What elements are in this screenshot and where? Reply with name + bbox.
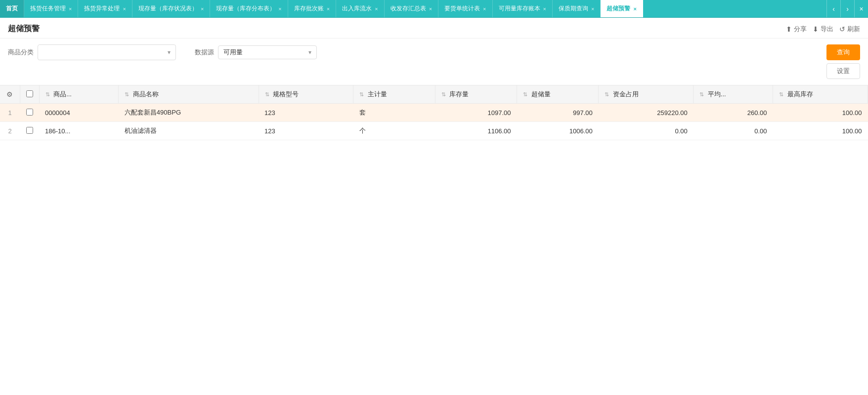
row-2-max-stock: 100.00 [773, 122, 868, 140]
row-2-spec: 123 [259, 122, 353, 140]
row-1-num: 1 [0, 104, 20, 122]
sort-spec-icon: ⇅ [265, 91, 269, 97]
row-2-num: 2 [0, 122, 20, 140]
row-1-stock: 1097.00 [435, 104, 517, 122]
nav-pick-abnormal[interactable]: 拣货异常处理 × [78, 0, 132, 18]
row-2-checkbox[interactable] [26, 127, 33, 134]
row-1-capital: 259220.00 [599, 104, 694, 122]
close-available-book[interactable]: × [543, 6, 546, 12]
nav-home[interactable]: 首页 [0, 0, 24, 18]
nav-summary[interactable]: 收发存汇总表 × [385, 0, 438, 18]
export-icon: ⬇ [813, 25, 819, 33]
th-stock[interactable]: ⇅ 库存量 [435, 85, 517, 104]
row-2-code: 186-10... [39, 122, 119, 140]
nav-inventory-batch[interactable]: 库存批次账 × [288, 0, 336, 18]
row-2-name: 机油滤清器 [119, 122, 259, 140]
close-inventory-status[interactable]: × [201, 6, 204, 12]
nav-overstock-warn[interactable]: 超储预警 × [601, 0, 643, 18]
top-navigation: 首页 拣货任务管理 × 拣货异常处理 × 现存量（库存状况表） × 现存量（库存… [0, 0, 868, 18]
sort-max-stock-icon: ⇅ [779, 91, 783, 97]
header-actions: ⬆ 分享 ⬇ 导出 ↺ 刷新 [786, 25, 860, 34]
nav-flow[interactable]: 出入库流水 × [336, 0, 384, 18]
row-1-name: 六配套新昌490BPG [119, 104, 259, 122]
row-2-unit: 个 [353, 122, 435, 140]
page-content: 超储预警 ⬆ 分享 ⬇ 导出 ↺ 刷新 商品分类 ▾ [0, 18, 868, 395]
nav-expiry[interactable]: 保质期查询 × [553, 0, 601, 18]
share-button[interactable]: ⬆ 分享 [786, 25, 807, 34]
share-icon: ⬆ [786, 25, 792, 33]
row-2-checkbox-cell [20, 122, 39, 140]
row-1-avg: 260.00 [694, 104, 773, 122]
sort-avg-icon: ⇅ [699, 91, 704, 97]
nav-inventory-dist[interactable]: 现存量（库存分布表） × [210, 0, 288, 18]
refresh-button[interactable]: ↺ 刷新 [839, 25, 860, 34]
th-code[interactable]: ⇅ 商品... [39, 85, 119, 104]
nav-pick-task[interactable]: 拣货任务管理 × [24, 0, 78, 18]
row-1-checkbox-cell [20, 104, 39, 122]
close-summary[interactable]: × [429, 6, 432, 12]
category-chevron-icon: ▾ [168, 49, 171, 56]
sort-overstock-icon: ⇅ [523, 91, 527, 97]
nav-next-btn[interactable]: › [840, 0, 854, 18]
sort-capital-icon: ⇅ [605, 91, 609, 97]
nav-order-stat[interactable]: 要货单统计表 × [438, 0, 492, 18]
close-overstock-warn[interactable]: × [633, 6, 636, 12]
close-flow[interactable]: × [375, 6, 378, 12]
nav-available-book[interactable]: 可用量库存账本 × [493, 0, 553, 18]
row-1-unit: 套 [353, 104, 435, 122]
row-1-overstock: 997.00 [517, 104, 599, 122]
export-button[interactable]: ⬇ 导出 [813, 25, 833, 34]
datasource-filter-group: 数据源 可用量 ▾ [195, 45, 317, 59]
datasource-label: 数据源 [195, 48, 214, 57]
table-header-row: ⚙ ⇅ 商品... ⇅ 商品名称 ⇅ 规格型号 [0, 85, 868, 104]
row-1-spec: 123 [259, 104, 353, 122]
sort-name-icon: ⇅ [125, 91, 129, 97]
datasource-select[interactable]: 可用量 ▾ [218, 45, 317, 59]
settings-button[interactable]: 设置 [826, 63, 860, 79]
refresh-icon: ↺ [839, 25, 845, 33]
row-2-avg: 0.00 [694, 122, 773, 140]
close-order-stat[interactable]: × [483, 6, 486, 12]
column-settings-icon[interactable]: ⚙ [6, 90, 13, 98]
nav-inventory-status[interactable]: 现存量（库存状况表） × [132, 0, 210, 18]
select-all-checkbox[interactable] [26, 90, 33, 97]
query-button[interactable]: 查询 [826, 44, 860, 60]
th-checkbox [20, 85, 39, 104]
nav-close-btn[interactable]: × [854, 0, 868, 18]
row-1-max-stock: 100.00 [773, 104, 868, 122]
sort-stock-icon: ⇅ [441, 91, 446, 97]
th-overstock[interactable]: ⇅ 超储量 [517, 85, 599, 104]
th-capital[interactable]: ⇅ 资金占用 [599, 85, 694, 104]
close-inventory-batch[interactable]: × [327, 6, 330, 12]
datasource-value-text: 可用量 [223, 48, 243, 57]
table-row: 2 186-10... 机油滤清器 123 个 1106.00 1006.00 … [0, 122, 868, 140]
nav-prev-btn[interactable]: ‹ [826, 0, 840, 18]
category-select[interactable]: ▾ [38, 44, 176, 60]
category-filter-group: 商品分类 ▾ 数据源 可用量 ▾ [8, 44, 807, 60]
close-pick-abnormal[interactable]: × [123, 6, 126, 12]
category-label: 商品分类 [8, 48, 34, 57]
sort-unit-icon: ⇅ [359, 91, 364, 97]
th-gear[interactable]: ⚙ [0, 85, 20, 104]
row-1-code: 0000004 [39, 104, 119, 122]
th-unit[interactable]: ⇅ 主计量 [353, 85, 435, 104]
row-2-stock: 1106.00 [435, 122, 517, 140]
data-table-wrapper: ⚙ ⇅ 商品... ⇅ 商品名称 ⇅ 规格型号 [0, 85, 868, 140]
nav-arrows: ‹ › × [826, 0, 868, 18]
th-max-stock[interactable]: ⇅ 最高库存 [773, 85, 868, 104]
close-expiry[interactable]: × [591, 6, 594, 12]
page-header: 超储预警 ⬆ 分享 ⬇ 导出 ↺ 刷新 [0, 18, 868, 39]
data-table: ⚙ ⇅ 商品... ⇅ 商品名称 ⇅ 规格型号 [0, 85, 868, 140]
row-1-checkbox[interactable] [26, 109, 33, 116]
sort-code-icon: ⇅ [45, 91, 50, 97]
close-inventory-dist[interactable]: × [278, 6, 281, 12]
close-pick-task[interactable]: × [69, 6, 72, 12]
row-2-overstock: 1006.00 [517, 122, 599, 140]
th-avg[interactable]: ⇅ 平均... [694, 85, 773, 104]
page-title: 超储预警 [8, 24, 40, 34]
datasource-chevron-icon: ▾ [308, 49, 311, 56]
row-2-capital: 0.00 [599, 122, 694, 140]
table-row: 1 0000004 六配套新昌490BPG 123 套 1097.00 997.… [0, 104, 868, 122]
th-name[interactable]: ⇅ 商品名称 [119, 85, 259, 104]
th-spec[interactable]: ⇅ 规格型号 [259, 85, 353, 104]
